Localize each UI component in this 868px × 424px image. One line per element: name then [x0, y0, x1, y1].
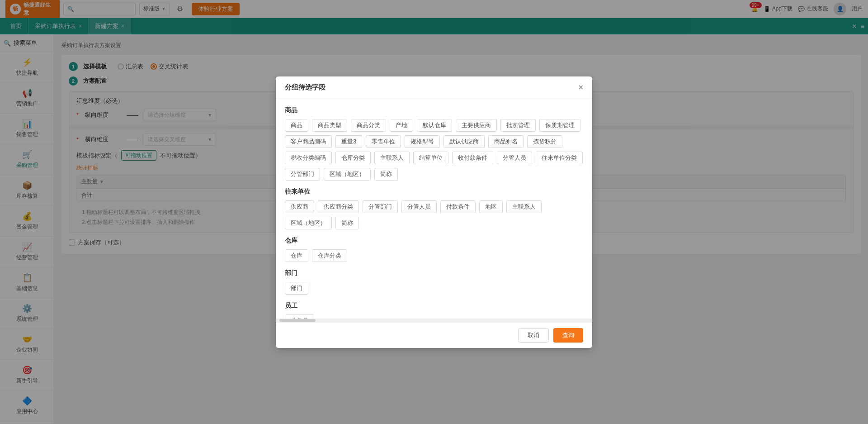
field-tag-goods[interactable]: 商品 [285, 119, 308, 132]
field-tag-customer-code[interactable]: 客户商品编码 [285, 135, 332, 148]
field-tag-dept[interactable]: 分管部门 [285, 168, 320, 181]
section-partner-title: 往来单位 [285, 188, 583, 196]
field-select-modal: 分组待选字段 × 商品 商品 商品类型 商品分类 产地 默认仓库 主要供应商 批… [276, 76, 592, 348]
field-tag-warehouse[interactable]: 仓库 [285, 249, 308, 262]
field-tag-partner-category[interactable]: 往来单位分类 [536, 152, 583, 164]
warehouse-fields: 仓库 仓库分类 [285, 249, 583, 262]
field-tag-pick-score[interactable]: 拣货积分 [527, 135, 562, 148]
cancel-button[interactable]: 取消 [518, 328, 549, 343]
field-tag-goods-type[interactable]: 商品类型 [312, 119, 347, 132]
field-tag-default-supplier[interactable]: 默认供应商 [443, 135, 485, 148]
field-tag-default-warehouse[interactable]: 默认仓库 [417, 119, 452, 132]
modal-footer: 取消 查询 [276, 322, 592, 348]
field-tag-main-contact[interactable]: 主联系人 [374, 152, 410, 164]
dept-fields: 部门 [285, 282, 583, 295]
field-tag-warehouse-cat[interactable]: 仓库分类 [312, 249, 347, 262]
field-tag-salesman[interactable]: 业务员 [285, 314, 314, 319]
modal-overlay: 分组待选字段 × 商品 商品 商品类型 商品分类 产地 默认仓库 主要供应商 批… [0, 0, 868, 424]
field-tag-spec-model[interactable]: 规格型号 [405, 135, 440, 148]
field-tag-weight[interactable]: 重量3 [335, 135, 362, 148]
employee-fields: 业务员 [285, 314, 583, 319]
field-tag-expiry[interactable]: 保质期管理 [539, 119, 580, 132]
section-goods: 商品 商品 商品类型 商品分类 产地 默认仓库 主要供应商 批次管理 保质期管理… [285, 106, 583, 181]
field-tag-payment-cond[interactable]: 付款条件 [440, 200, 476, 213]
section-employee-title: 员工 [285, 302, 583, 310]
modal-title: 分组待选字段 [285, 83, 326, 92]
field-tag-supervisor[interactable]: 分管人员 [497, 152, 532, 164]
field-tag-area[interactable]: 地区 [479, 200, 503, 213]
field-tag-main-supplier[interactable]: 主要供应商 [456, 119, 497, 132]
section-goods-title: 商品 [285, 106, 583, 114]
field-tag-partner-supervisor[interactable]: 分管人员 [401, 200, 437, 213]
modal-hscrollbar[interactable] [276, 319, 592, 322]
modal-header: 分组待选字段 × [276, 76, 592, 99]
field-tag-goods-alias[interactable]: 商品别名 [488, 135, 524, 148]
field-tag-partner-contact[interactable]: 主联系人 [506, 200, 542, 213]
field-tag-batch[interactable]: 批次管理 [500, 119, 536, 132]
section-warehouse: 仓库 仓库 仓库分类 [285, 237, 583, 262]
field-tag-region-goods[interactable]: 区域（地区） [324, 168, 371, 181]
field-tag-warehouse-category[interactable]: 仓库分类 [335, 152, 371, 164]
partner-fields: 供应商 供应商分类 分管部门 分管人员 付款条件 地区 主联系人 区域（地区） … [285, 200, 583, 229]
field-tag-department[interactable]: 部门 [285, 282, 308, 295]
section-partner: 往来单位 供应商 供应商分类 分管部门 分管人员 付款条件 地区 主联系人 区域… [285, 188, 583, 229]
field-tag-short-name-goods[interactable]: 简称 [374, 168, 398, 181]
modal-close-icon[interactable]: × [578, 83, 583, 92]
section-warehouse-title: 仓库 [285, 237, 583, 245]
field-tag-region-partner[interactable]: 区域（地区） [285, 217, 332, 229]
section-dept-title: 部门 [285, 269, 583, 277]
field-tag-supplier[interactable]: 供应商 [285, 200, 314, 213]
field-tag-payment-terms[interactable]: 收付款条件 [452, 152, 493, 164]
field-tag-retail-unit[interactable]: 零售单位 [366, 135, 401, 148]
field-tag-origin[interactable]: 产地 [390, 119, 413, 132]
modal-body: 商品 商品 商品类型 商品分类 产地 默认仓库 主要供应商 批次管理 保质期管理… [276, 99, 592, 319]
field-tag-supplier-category[interactable]: 供应商分类 [318, 200, 359, 213]
field-tag-tax-code[interactable]: 税收分类编码 [285, 152, 332, 164]
field-tag-settlement-unit[interactable]: 结算单位 [413, 152, 448, 164]
confirm-button[interactable]: 查询 [553, 328, 583, 343]
section-dept: 部门 部门 [285, 269, 583, 295]
goods-fields: 商品 商品类型 商品分类 产地 默认仓库 主要供应商 批次管理 保质期管理 客户… [285, 119, 583, 181]
section-employee: 员工 业务员 [285, 302, 583, 319]
hscroll-thumb [279, 319, 316, 322]
field-tag-partner-dept[interactable]: 分管部门 [363, 200, 398, 213]
field-tag-goods-category[interactable]: 商品分类 [351, 119, 386, 132]
field-tag-short-name-partner[interactable]: 简称 [335, 217, 359, 229]
